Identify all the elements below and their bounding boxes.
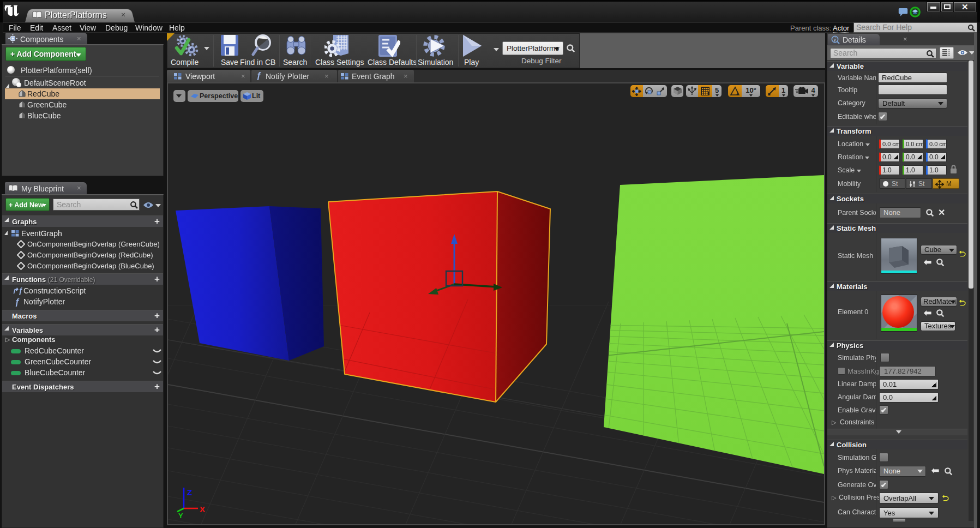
svg-text:Y: Y	[178, 512, 183, 520]
svg-text:X: X	[200, 505, 205, 514]
svg-text:Z: Z	[187, 488, 192, 497]
svg-text:i: i	[834, 37, 836, 43]
